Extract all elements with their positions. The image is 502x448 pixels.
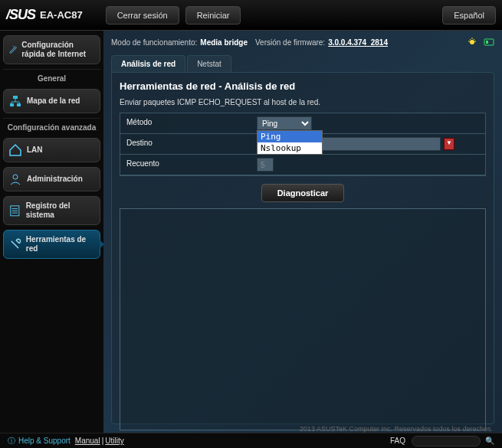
- wand-icon: [8, 43, 17, 57]
- method-label: Método: [120, 113, 251, 133]
- sidebar-item-label: LAN: [27, 146, 43, 155]
- utility-link[interactable]: Utility: [105, 437, 123, 445]
- tabs: Análisis de red Netstat: [111, 55, 494, 72]
- bulb-icon[interactable]: [467, 37, 477, 47]
- copyright: 2013 ASUSTeK Computer Inc. Reservados to…: [300, 425, 493, 433]
- language-button[interactable]: Español: [442, 6, 496, 25]
- svg-rect-1: [10, 103, 14, 106]
- logout-button[interactable]: Cerrar sesión: [106, 6, 179, 25]
- diagnose-button[interactable]: Diagnosticar: [261, 184, 345, 202]
- method-select[interactable]: Ping: [257, 116, 312, 130]
- method-dropdown-list: Ping Nslookup: [257, 130, 323, 155]
- output-area: [120, 208, 486, 430]
- search-input[interactable]: [412, 436, 481, 446]
- network-icon: [8, 94, 22, 108]
- count-input[interactable]: [257, 158, 274, 172]
- help-support-link[interactable]: Help & Support: [18, 437, 71, 445]
- sidebar-item-label: Herramientas de red: [26, 235, 95, 253]
- panel-title: Herramientas de red - Análisis de red: [120, 80, 486, 92]
- svg-rect-9: [484, 39, 494, 45]
- sidebar-section-general: General: [3, 69, 100, 86]
- house-icon: [8, 143, 22, 157]
- svg-point-3: [13, 175, 18, 179]
- log-icon: [8, 204, 21, 217]
- admin-icon: [8, 172, 22, 186]
- sidebar-quick-setup[interactable]: Configuración rápida de Internet: [3, 35, 100, 64]
- svg-rect-0: [13, 96, 18, 99]
- sidebar-item-label: Registro del sistema: [26, 201, 95, 220]
- sidebar-item-lan[interactable]: LAN: [3, 138, 100, 162]
- faq-link[interactable]: FAQ: [390, 437, 405, 445]
- sidebar-item-label: Configuración rápida de Internet: [21, 41, 95, 59]
- sidebar-item-syslog[interactable]: Registro del sistema: [3, 196, 100, 225]
- header: /SUS EA-AC87 Cerrar sesión Reiniciar Esp…: [0, 0, 502, 31]
- sidebar-item-label: Mapa de la red: [27, 96, 80, 106]
- dest-dropdown-button[interactable]: [444, 138, 454, 150]
- sidebar-network-map[interactable]: Mapa de la red: [3, 89, 100, 113]
- tab-analysis[interactable]: Análisis de red: [111, 55, 185, 72]
- form-table: Método Ping Destino Recuento: [120, 113, 486, 176]
- brand-logo: /SUS: [6, 7, 35, 23]
- dest-label: Destino: [120, 134, 251, 154]
- panel-desc: Enviar paquetes ICMP ECHO_REQUEST al hos…: [120, 98, 486, 106]
- search-icon[interactable]: 🔍: [485, 437, 494, 445]
- svg-point-8: [470, 40, 474, 44]
- sidebar-item-label: Administración: [27, 175, 83, 184]
- sidebar-item-nettools[interactable]: Herramientas de red: [3, 230, 100, 259]
- dropdown-option-ping[interactable]: Ping: [258, 131, 322, 142]
- count-label: Recuento: [120, 155, 251, 175]
- mode-label: Modo de funcionamiento:: [111, 38, 197, 47]
- sidebar-item-admin[interactable]: Administración: [3, 167, 100, 191]
- tab-netstat[interactable]: Netstat: [187, 55, 231, 72]
- dropdown-option-nslookup[interactable]: Nslookup: [258, 142, 322, 154]
- manual-link[interactable]: Manual: [75, 437, 100, 445]
- main-panel: Modo de funcionamiento: Media bridge Ver…: [103, 31, 502, 433]
- reboot-button[interactable]: Reiniciar: [185, 6, 241, 25]
- model-name: EA-AC87: [40, 9, 83, 21]
- svg-rect-10: [486, 41, 488, 44]
- sidebar-section-advanced: Configuración avanzada: [3, 118, 100, 135]
- status-icon[interactable]: [484, 37, 494, 47]
- tools-icon: [8, 237, 21, 251]
- content-panel: Herramientas de red - Análisis de red En…: [111, 72, 494, 424]
- sidebar: Configuración rápida de Internet General…: [0, 31, 103, 433]
- top-info-bar: Modo de funcionamiento: Media bridge Ver…: [111, 35, 494, 52]
- footer: ⓘ Help & Support Manual | Utility FAQ 🔍: [0, 433, 502, 448]
- fw-value[interactable]: 3.0.0.4.374_2814: [328, 38, 388, 47]
- svg-rect-2: [17, 103, 21, 106]
- help-icon: ⓘ: [8, 436, 15, 446]
- fw-label: Versión de firmware:: [255, 38, 325, 47]
- mode-value: Media bridge: [200, 38, 248, 47]
